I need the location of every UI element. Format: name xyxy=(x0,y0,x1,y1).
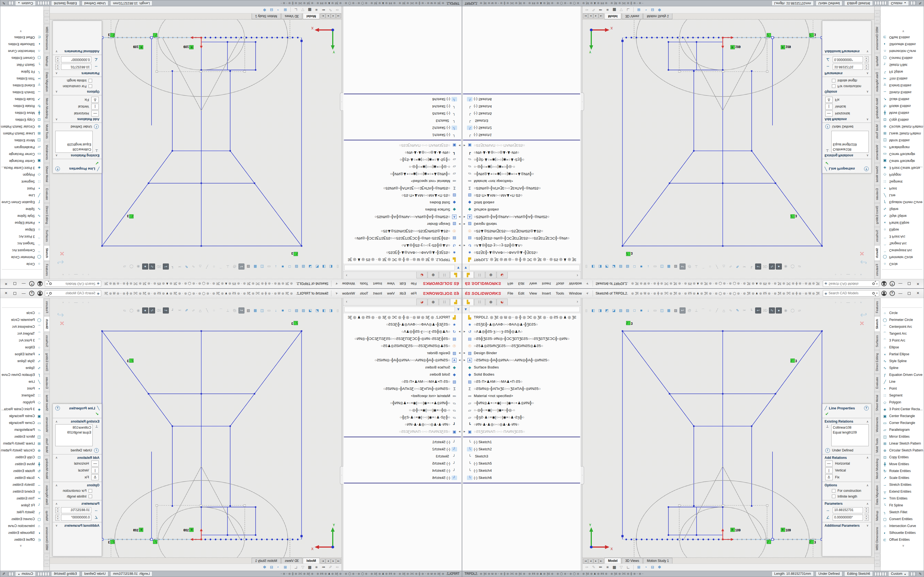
option-row[interactable]: For construction xyxy=(55,84,92,88)
document-tab[interactable]: Model xyxy=(303,13,320,19)
toolbar-icon[interactable]: ⊥ xyxy=(225,263,231,269)
search-dropdown-icon[interactable]: ▾ xyxy=(47,292,48,295)
toolbar-icon[interactable]: ▦ xyxy=(252,308,258,314)
bottom-toolbar-icon[interactable]: ✑ xyxy=(584,565,590,570)
toolbar-icon[interactable]: ⌒ xyxy=(700,263,706,269)
bottom-toolbar-icon[interactable]: ✎ xyxy=(591,7,596,12)
toolbar-icon[interactable]: ⌒ xyxy=(218,308,224,314)
sketch-tree-item[interactable]: ╰ (-) Sketch1 xyxy=(462,131,581,139)
filter-funnel-icon[interactable]: ▼ xyxy=(464,307,467,311)
command-manager-tab[interactable]: : xyxy=(874,10,880,16)
command-manager-tab[interactable]: Mesh Modeling xyxy=(874,456,880,482)
sketch-tool-item[interactable]: ⌒ Tangent Arc xyxy=(880,240,924,247)
sketch-tool-item[interactable]: ↻ Rotate Entities xyxy=(0,103,44,110)
ghost-control-icon[interactable]: ▫ xyxy=(68,300,70,305)
stamp-icon[interactable]: ✎ xyxy=(919,1,922,5)
tree-item[interactable]: ★ ○Ƨ5ƷƐ╬◦♟◎ΛΑΦ○◦○ΦΑΛ◎♟◦╬ƷƐƧ5○ xyxy=(462,249,581,256)
command-manager-tab[interactable]: Mesh Modeling xyxy=(44,456,50,482)
ghost-control-icon[interactable]: ▫ xyxy=(88,272,89,277)
sketch-tool-item[interactable]: ⊞ Linear Sketch Pattern xyxy=(880,440,924,447)
toolbar-icon[interactable]: △ xyxy=(721,308,727,314)
unit-system-selector[interactable]: Custom▲ xyxy=(888,571,909,576)
bottom-toolbar-icon[interactable]: ✎ xyxy=(328,7,333,12)
toolbar-icon[interactable]: 3D xyxy=(762,308,768,314)
toolbar-icon[interactable]: ↓ xyxy=(273,263,279,269)
ghost-control-icon[interactable]: × xyxy=(62,272,64,277)
bottom-toolbar-icon[interactable]: ⊞ xyxy=(636,7,641,12)
sketch-tool-item[interactable]: ⊛ Circular Sketch Pattern xyxy=(0,123,44,130)
toolbar-icon[interactable]: ▧ xyxy=(618,308,624,314)
panel-help-icon[interactable]: ? xyxy=(864,166,869,171)
tree-splitter-handle[interactable]: ◦ xyxy=(581,466,584,484)
ok-button[interactable]: ✔ xyxy=(825,411,869,417)
tree-splitter-handle[interactable]: ◦ xyxy=(340,93,343,111)
toolbar-icon[interactable]: ◧ xyxy=(328,308,334,314)
sketch-tool-item[interactable]: ▣ Center Rectangle xyxy=(0,413,44,419)
command-manager-tab[interactable]: MBD Dimensions xyxy=(874,524,880,553)
ghost-control-icon[interactable]: ▫ xyxy=(841,300,842,305)
toolbar-icon[interactable]: □ xyxy=(286,308,292,314)
menu-item[interactable]: File xyxy=(505,280,515,287)
expand-arrow-icon[interactable]: ▶ xyxy=(464,144,467,147)
add-relation-button[interactable]: | Vertical xyxy=(55,467,99,474)
tree-item[interactable]: ☉ ○Ƨ5♟◎Ƨ5ИΝƷƐƧ5○◦○Ƨ5ƷƐИΝƧ5◎♟Ƨ5○ xyxy=(462,227,581,235)
expand-arrow-icon[interactable]: ▶ xyxy=(457,244,460,247)
cancel-sketch-icon[interactable]: × xyxy=(859,250,864,258)
sketch-tool-item[interactable]: ↗ Scale Entities xyxy=(880,96,924,103)
menu-item[interactable]: Edit xyxy=(515,290,527,297)
add-relation-button[interactable]: | Vertical xyxy=(825,467,869,474)
more-tools-chevron[interactable]: » xyxy=(20,10,24,53)
toolbar-icon[interactable]: ✂ xyxy=(176,308,183,314)
toolbar-icon[interactable]: ◩ xyxy=(604,308,610,314)
expand-icon[interactable]: ∨ xyxy=(55,524,58,527)
tree-filter-input[interactable] xyxy=(344,265,455,271)
checkbox[interactable] xyxy=(89,495,92,498)
tree-item[interactable]: Σ ○Ƨ5ИΝ◎◦╬ΑΠ¤ƷƐ○◦○ƷƐ¤ΠΑ╬◦◎ИΝƧ5○ xyxy=(343,385,462,392)
toolbar-icon[interactable]: ◪ xyxy=(611,263,617,269)
tree-filter-input[interactable] xyxy=(344,307,455,312)
command-manager-tab[interactable]: Sketch xyxy=(874,316,880,332)
menu-item[interactable]: Edit xyxy=(397,280,408,287)
tab-scroll-button[interactable]: ▶ xyxy=(326,13,331,18)
tree-item[interactable]: ▱ ○╬ИΝ◎♟+○×◉[○◦○]◉×○+♟◎ИΝ╬○ xyxy=(462,400,581,407)
toolbar-icon[interactable]: ○ xyxy=(707,308,713,314)
toolbar-icon[interactable]: ▨ xyxy=(673,263,679,269)
expand-arrow-icon[interactable]: ▶ xyxy=(464,222,467,225)
tree-item[interactable]: ▶ ↺ ○Λ♟◎╬Ƨ5◦ʒ○◦○ʒ◦Ƨ5╬◎♟Λ○ xyxy=(343,242,462,249)
tab-scroll-button[interactable]: |◀ xyxy=(583,559,588,564)
toolbar-icon[interactable]: ◯ xyxy=(128,308,134,314)
toolbar-icon[interactable]: ■ xyxy=(279,263,286,269)
sketch-tool-item[interactable]: ╋ Move Entities xyxy=(0,461,44,467)
tree-item[interactable]: ▶ ▣ ○Ƨ5ƷƐИΝΑΠ·○◦○·ΠΑИΝƷƐƧ5○ xyxy=(462,142,581,149)
command-manager-tab[interactable]: : xyxy=(874,17,880,23)
toolbar-icon[interactable]: □ xyxy=(632,308,638,314)
tree-item[interactable]: ┗ ○ИΝ◦♟◦♟◎○◦○◎♟◦♟◦ИΝ○ xyxy=(343,421,462,428)
tree-item[interactable]: ▱ ○╬ʒƧ◦♟○×◉[○◦○]◉×○♟◦Ƨʒ╬○ xyxy=(343,156,462,163)
tree-item[interactable]: ▶ ▧ Design Binder xyxy=(462,220,581,227)
user-account-icon[interactable] xyxy=(38,281,43,286)
tree-item[interactable]: ☉ ○Ƨ5♟◎Ƨ5ИΝƷƐƧ5○◦○Ƨ5ƷƐИΝƧ5◎♟Ƨ5○ xyxy=(343,342,462,350)
command-manager-tab[interactable]: Sheet Metal xyxy=(874,392,880,414)
command-manager-tab[interactable]: Mesh Modeling xyxy=(874,95,880,121)
feature-manager-tab[interactable]: ⊕ xyxy=(485,272,496,278)
collapse-icon[interactable]: ∧ xyxy=(55,456,58,459)
tab-scroll-button[interactable]: ◀ xyxy=(588,13,593,18)
tree-item[interactable]: ▱ ○╬ʒƧ◦♟○×◉[○◦○]◉×○♟◦Ƨʒ╬○ xyxy=(462,156,581,163)
pin-icon[interactable]: ➤ xyxy=(334,291,339,296)
tree-item[interactable]: ◆ Surface Bodies xyxy=(462,206,581,213)
sketch-tool-item[interactable]: ◖ Partial Ellipse xyxy=(880,219,924,226)
command-manager-tab[interactable]: Sketch xyxy=(874,245,880,261)
filter-funnel-icon[interactable]: ▼ xyxy=(457,307,460,311)
ghost-control-icon[interactable]: ▫ xyxy=(88,300,89,305)
ok-button[interactable]: ✔ xyxy=(55,411,99,417)
user-account-icon[interactable] xyxy=(881,291,887,296)
bottom-toolbar-icon[interactable]: ✻ xyxy=(657,565,662,570)
sketch-tool-item[interactable]: ╱ Line xyxy=(880,192,924,199)
sketch-tool-item[interactable]: ⊛ Circular Sketch Pattern xyxy=(880,123,924,130)
toolbar-icon[interactable]: @ xyxy=(687,308,693,314)
collapse-icon[interactable]: ∧ xyxy=(866,90,869,93)
bottom-toolbar-icon[interactable]: ≡ xyxy=(605,7,610,12)
sketch-tool-item[interactable]: ◯ Perimeter Circle xyxy=(0,316,44,323)
add-relation-button[interactable]: ⚓ Fix xyxy=(825,474,869,480)
sketch-tool-item[interactable]: ╱ Line xyxy=(0,192,44,199)
